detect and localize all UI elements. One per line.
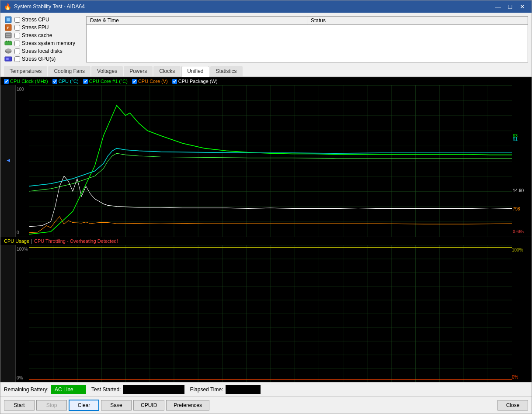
elapsed-time-value [226, 385, 261, 394]
legend-cpu-voltage: CPU Core (V) [132, 79, 168, 84]
tab-cooling-fans[interactable]: Cooling Fans [48, 66, 90, 76]
clear-button[interactable]: Clear [69, 400, 99, 411]
test-started-info: Test Started: [91, 385, 184, 394]
log-col-status: Status [307, 17, 528, 24]
stress-gpu-icon [4, 55, 13, 62]
legend-cpu-temp: CPU (°C) [52, 79, 79, 84]
stress-disks-icon [4, 48, 13, 55]
tab-unified[interactable]: Unified [181, 66, 209, 77]
stress-cache-label: Stress cache [22, 32, 52, 38]
y-label-0: 0 [17, 230, 28, 235]
legend-cpu-voltage-checkbox[interactable] [132, 79, 137, 84]
upper-chart-left-strip: ▶ [0, 85, 16, 237]
close-button[interactable]: Close [497, 400, 528, 411]
title-bar-left: 🔥 System Stability Test - AIDA64 [4, 3, 85, 10]
stress-memory-checkbox[interactable] [14, 41, 20, 46]
battery-label: Remaining Battery: [4, 386, 49, 393]
stop-button[interactable]: Stop [36, 400, 67, 411]
stress-gpu-label: Stress GPU(s) [22, 56, 56, 62]
legend-cpu-clock-checkbox[interactable] [4, 79, 9, 84]
legend-cpu-core1: CPU Core #1 (°C) [83, 79, 128, 84]
preferences-button[interactable]: Preferences [166, 400, 209, 411]
stress-cache-icon [4, 32, 13, 39]
charts-area: CPU Clock (MHz) CPU (°C) CPU Core #1 (°C… [0, 77, 532, 382]
lower-chart-canvas: 100% 0% [0, 245, 532, 382]
main-window: 🔥 System Stability Test - AIDA64 — □ ✕ S… [0, 0, 532, 414]
test-started-value [123, 385, 184, 394]
stress-memory-label: Stress system memory [22, 40, 75, 46]
lower-y-top: 100% [17, 247, 28, 252]
legend-cpu-package-label: CPU Package (W) [178, 79, 218, 84]
lower-chart-right-labels: 100% 0% [512, 245, 532, 382]
stress-fpu-icon: F [4, 24, 13, 31]
svg-rect-19 [29, 85, 512, 237]
lower-chart-svg [29, 245, 512, 382]
lower-chart-y-axis: 100% 0% [16, 245, 29, 382]
tab-temperatures[interactable]: Temperatures [4, 66, 47, 76]
svg-rect-5 [6, 34, 10, 35]
lower-right-bottom: 0% [512, 375, 518, 380]
stress-cache-checkbox[interactable] [14, 33, 20, 38]
battery-info: Remaining Battery: AC Line [4, 385, 86, 394]
top-section: Stress CPU F Stress FPU Stress cache [0, 13, 532, 66]
legend-cpu-clock: CPU Clock (MHz) [4, 79, 48, 84]
lower-chart-title-throttling: CPU Throttling - Overheating Detected! [34, 238, 118, 244]
maximize-button[interactable]: □ [504, 2, 516, 11]
legend-cpu-package-checkbox[interactable] [172, 79, 177, 84]
log-table-body [87, 25, 528, 60]
svg-rect-10 [10, 41, 10, 42]
lower-chart-left-strip [0, 245, 16, 382]
stress-fpu-checkbox[interactable] [14, 25, 20, 31]
upper-chart-panel: CPU Clock (MHz) CPU (°C) CPU Core #1 (°C… [0, 77, 532, 237]
tab-statistics[interactable]: Statistics [210, 66, 243, 76]
svg-rect-6 [6, 36, 10, 37]
svg-rect-24 [29, 245, 512, 382]
log-table-header: Date & Time Status [87, 17, 528, 25]
stress-cpu-checkbox[interactable] [14, 17, 20, 23]
svg-rect-4 [5, 33, 11, 38]
stress-disks-checkbox[interactable] [14, 48, 20, 54]
button-bar: Start Stop Clear Save CPUID Preferences … [0, 397, 532, 414]
lower-chart-title-usage: CPU Usage [4, 238, 29, 244]
test-started-label: Test Started: [91, 386, 121, 393]
lower-chart-title: CPU Usage | CPU Throttling - Overheating… [0, 237, 532, 245]
svg-rect-14 [6, 58, 9, 60]
start-button[interactable]: Start [4, 400, 35, 411]
upper-chart-svg [29, 85, 512, 237]
stress-disks-item: Stress local disks [4, 48, 83, 55]
svg-rect-9 [8, 41, 9, 42]
tab-voltages[interactable]: Voltages [91, 66, 123, 76]
legend-cpu-voltage-label: CPU Core (V) [138, 79, 168, 84]
stress-disks-label: Stress local disks [22, 48, 63, 54]
lower-chart-panel: CPU Usage | CPU Throttling - Overheating… [0, 237, 532, 382]
upper-chart-indicator: ▶ [6, 159, 10, 163]
legend-cpu-package: CPU Package (W) [172, 79, 218, 84]
minimize-button[interactable]: — [492, 2, 504, 11]
tab-clocks[interactable]: Clocks [153, 66, 181, 76]
lower-y-bottom: 0% [17, 376, 28, 380]
right-label-1490: 14.90 [513, 188, 524, 193]
log-col-datetime: Date & Time [87, 17, 307, 24]
svg-rect-7 [5, 41, 12, 45]
bottom-info-bar: Remaining Battery: AC Line Test Started:… [0, 382, 532, 397]
stress-gpu-checkbox[interactable] [14, 56, 20, 62]
stress-options-panel: Stress CPU F Stress FPU Stress cache [4, 16, 83, 62]
close-window-button[interactable]: ✕ [517, 2, 528, 11]
title-bar: 🔥 System Stability Test - AIDA64 — □ ✕ [0, 0, 532, 13]
upper-chart-legend: CPU Clock (MHz) CPU (°C) CPU Core #1 (°C… [0, 77, 532, 85]
log-table: Date & Time Status [86, 16, 528, 62]
save-button[interactable]: Save [101, 400, 132, 411]
y-label-100: 100 [17, 87, 28, 92]
main-content: Stress CPU F Stress FPU Stress cache [0, 13, 532, 414]
app-icon: 🔥 [4, 3, 11, 10]
window-title: System Stability Test - AIDA64 [14, 3, 85, 10]
stress-cpu-label: Stress CPU [22, 17, 49, 23]
upper-chart-right-labels: 63 61 14.90 798 0.685 [512, 85, 532, 237]
legend-cpu-temp-checkbox[interactable] [52, 79, 57, 84]
battery-value: AC Line [51, 385, 86, 394]
stress-memory-icon [4, 40, 13, 47]
cpuid-button[interactable]: CPUID [133, 400, 164, 411]
legend-cpu-core1-checkbox[interactable] [83, 79, 88, 84]
legend-cpu-clock-label: CPU Clock (MHz) [10, 79, 48, 84]
tab-powers[interactable]: Powers [124, 66, 153, 76]
